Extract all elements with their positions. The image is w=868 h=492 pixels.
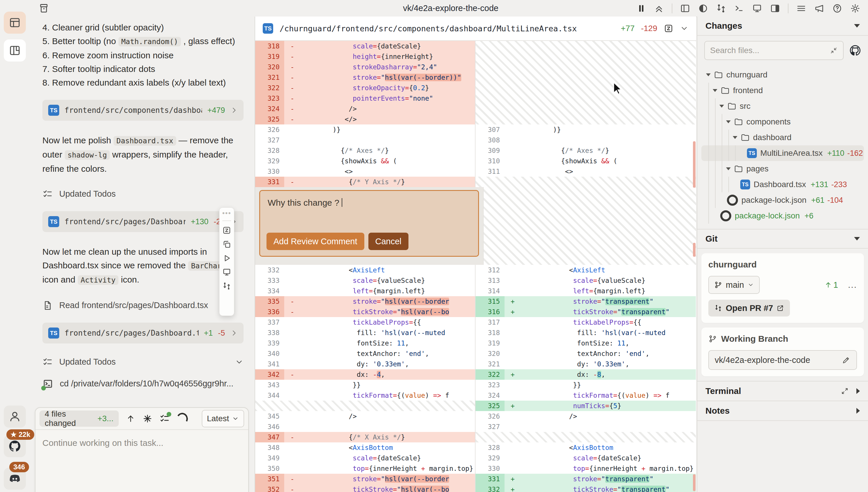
tree-caret-icon[interactable] (706, 73, 711, 76)
line-number[interactable]: 344 (255, 390, 284, 401)
line-number[interactable]: 330 (475, 463, 505, 474)
line-number[interactable]: 322 (255, 83, 284, 93)
pause-icon[interactable] (636, 3, 646, 13)
line-number[interactable]: 330 (255, 166, 284, 177)
minimap-change-mark[interactable] (693, 141, 696, 188)
line-number[interactable]: 340 (255, 348, 284, 359)
kanban-tab-button[interactable] (4, 40, 26, 62)
line-number[interactable]: 314 (475, 286, 505, 296)
line-number[interactable]: 339 (255, 338, 284, 348)
line-number[interactable]: 347 (255, 432, 284, 442)
line-number[interactable]: 333 (255, 275, 284, 286)
line-number[interactable]: 310 (475, 156, 505, 166)
line-number[interactable]: 342 (255, 369, 284, 380)
terminal-section-header[interactable]: Terminal (697, 382, 868, 401)
line-number[interactable]: 323 (475, 380, 505, 390)
line-number[interactable]: 319 (255, 51, 284, 62)
more-menu[interactable]: ... (848, 280, 857, 290)
line-number[interactable]: 326 (475, 411, 505, 421)
line-number[interactable]: 329 (475, 453, 505, 463)
line-number[interactable]: 322 (475, 369, 505, 380)
chevron-down-icon[interactable] (235, 358, 243, 366)
theme-contrast-icon[interactable] (698, 3, 708, 14)
line-number[interactable]: 328 (255, 145, 284, 156)
todo-list-icon[interactable] (159, 413, 170, 424)
line-number[interactable]: 313 (475, 275, 505, 286)
tree-folder-src[interactable]: src (701, 98, 864, 114)
file-chip[interactable]: TS frontend/src/components/dashboa... +4… (42, 100, 243, 121)
line-number[interactable]: 324 (475, 390, 505, 401)
line-number[interactable]: 324 (255, 103, 284, 114)
panel-left-icon[interactable] (680, 3, 690, 14)
tree-caret-icon[interactable] (726, 167, 731, 170)
message-input[interactable]: Continue working on this task... (36, 430, 248, 456)
line-number[interactable]: 335 (255, 296, 284, 306)
line-number[interactable]: 318 (475, 327, 505, 338)
changes-section-header[interactable]: Changes (697, 17, 868, 35)
git-compare-icon[interactable] (716, 3, 726, 14)
tree-file-MultiLineArea.tsx[interactable]: TSMultiLineArea.tsx+110-162 (701, 145, 864, 161)
line-number[interactable]: 343 (255, 380, 284, 390)
megaphone-icon[interactable] (814, 3, 824, 14)
line-number[interactable]: 348 (255, 442, 284, 453)
line-number[interactable]: 309 (475, 145, 505, 156)
chevron-down-icon[interactable] (680, 24, 688, 33)
line-number[interactable]: 346 (255, 421, 284, 432)
line-number[interactable]: 329 (255, 156, 284, 166)
line-number[interactable]: 321 (255, 72, 284, 83)
line-number[interactable]: 326 (255, 124, 284, 135)
diff-icon[interactable] (664, 24, 674, 33)
tree-file-package-lock.json[interactable]: package-lock.json+61-104 (701, 192, 864, 208)
line-number[interactable]: 328 (475, 442, 505, 453)
collapse-tree-icon[interactable] (830, 46, 838, 54)
line-number[interactable]: 325 (475, 401, 505, 411)
copy-icon[interactable] (222, 240, 231, 249)
play-icon[interactable] (222, 253, 231, 263)
pencil-icon[interactable] (842, 356, 850, 364)
diff-icon[interactable] (222, 226, 231, 235)
line-number[interactable]: 320 (475, 348, 505, 359)
line-number[interactable]: 334 (255, 286, 284, 296)
comment-textarea[interactable]: Why this change ? (260, 191, 478, 215)
menu-icon[interactable] (796, 3, 806, 14)
line-number[interactable]: 317 (475, 317, 505, 327)
read-file-row[interactable]: Read frontend/src/pages/Dashboard.tsx (42, 298, 243, 312)
minimap-change-mark[interactable] (693, 474, 696, 491)
tree-file-Dashboard.tsx[interactable]: TSDashboard.tsx+131-233 (701, 177, 864, 192)
file-chip[interactable]: TS frontend/src/pages/Dashboard.tsx +1 -… (42, 323, 243, 343)
settings-icon[interactable] (850, 3, 861, 14)
line-number[interactable]: 318 (255, 41, 284, 51)
line-number[interactable]: 323 (255, 93, 284, 103)
todos-row[interactable]: Updated Todos (42, 187, 243, 201)
arrow-up-icon[interactable] (126, 414, 136, 423)
line-number[interactable]: 327 (255, 135, 284, 145)
todos-row[interactable]: Updated Todos (42, 355, 243, 369)
help-icon[interactable] (832, 3, 842, 14)
ahead-count[interactable]: 1 (824, 280, 838, 290)
line-number[interactable]: 321 (475, 359, 505, 369)
line-number[interactable]: 350 (255, 463, 284, 474)
line-number[interactable]: 316 (475, 306, 505, 317)
notes-section-header[interactable]: Notes (697, 401, 868, 420)
archive-box-icon[interactable] (38, 3, 49, 14)
line-number[interactable]: 331 (255, 177, 284, 187)
expand-icon[interactable] (841, 387, 849, 395)
git-section-header[interactable]: Git (697, 229, 868, 248)
drag-handle-icon[interactable]: ••• (222, 211, 231, 216)
files-changed-chip[interactable]: 4 files changed +3... (40, 411, 119, 427)
line-number[interactable]: 352 (255, 484, 284, 492)
line-number[interactable]: 336 (255, 306, 284, 317)
line-number[interactable]: 315 (475, 296, 505, 306)
line-number[interactable]: 319 (475, 338, 505, 348)
panel-right-icon[interactable] (770, 3, 780, 14)
line-number[interactable]: 311 (475, 166, 505, 177)
monitor-icon[interactable] (752, 3, 762, 14)
cancel-button[interactable]: Cancel (368, 233, 408, 250)
user-button[interactable] (4, 405, 26, 427)
add-review-comment-button[interactable]: Add Review Comment (266, 233, 364, 250)
line-number[interactable]: 327 (475, 421, 505, 432)
line-number[interactable]: 332 (475, 484, 505, 492)
search-files-input[interactable]: Search files... (704, 41, 844, 60)
spark-icon[interactable] (143, 414, 153, 423)
open-pr-button[interactable]: Open PR #7 (708, 300, 790, 317)
